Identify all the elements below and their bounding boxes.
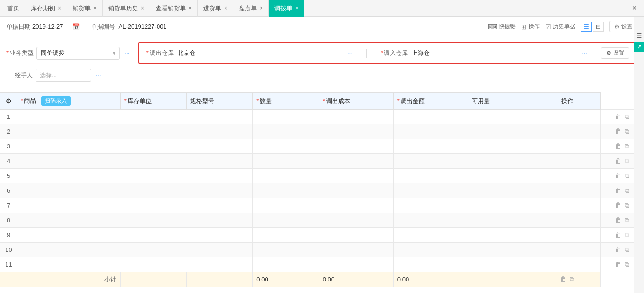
tab-close-inventory-check[interactable]: ×: [260, 5, 263, 12]
person-more[interactable]: ···: [96, 72, 101, 79]
tab-close-sales-history[interactable]: ×: [141, 5, 144, 12]
row-available-3[interactable]: [534, 139, 600, 154]
row-amount-7[interactable]: [468, 198, 534, 213]
row-product-3[interactable]: [17, 139, 253, 154]
copy-icon-8[interactable]: ⧉: [625, 216, 629, 224]
row-product-7[interactable]: [17, 198, 253, 213]
settings-button[interactable]: ⚙ 设置: [609, 21, 638, 32]
row-spec-5[interactable]: [253, 169, 319, 183]
tab-close-purchase-order[interactable]: ×: [224, 5, 227, 12]
copy-icon-1[interactable]: ⧉: [625, 113, 629, 120]
tab-close-sales-order[interactable]: ×: [93, 5, 97, 12]
copy-icon-6[interactable]: ⧉: [625, 187, 629, 194]
row-qty-5[interactable]: [319, 169, 393, 183]
row-spec-10[interactable]: [253, 243, 319, 257]
row-amount-2[interactable]: [468, 124, 534, 139]
business-type-more[interactable]: ···: [124, 49, 130, 57]
row-spec-4[interactable]: [253, 154, 319, 169]
delete-icon-3[interactable]: 🗑: [615, 142, 621, 150]
row-amount-5[interactable]: [468, 169, 534, 183]
warehouse-in-more[interactable]: ···: [582, 49, 587, 57]
row-amount-1[interactable]: [468, 110, 534, 124]
row-qty-11[interactable]: [319, 257, 393, 272]
operate-action[interactable]: ⊞ 操作: [521, 23, 540, 31]
row-qty-6[interactable]: [319, 183, 393, 198]
row-available-1[interactable]: [534, 110, 600, 124]
row-product-9[interactable]: [17, 228, 253, 243]
row-amount-8[interactable]: [468, 213, 534, 228]
side-list-icon[interactable]: ☰: [634, 31, 644, 41]
row-spec-1[interactable]: [253, 110, 319, 124]
subtotal-copy-icon[interactable]: ⧉: [570, 275, 574, 283]
calendar-icon[interactable]: 📅: [73, 23, 80, 30]
tab-transfer-order[interactable]: 调拨单 ×: [269, 0, 304, 17]
row-amount-3[interactable]: [468, 139, 534, 154]
row-cost-5[interactable]: [393, 169, 468, 183]
row-spec-11[interactable]: [253, 257, 319, 272]
row-spec-8[interactable]: [253, 213, 319, 228]
row-cost-2[interactable]: [393, 124, 468, 139]
copy-icon-2[interactable]: ⧉: [625, 128, 629, 135]
row-product-11[interactable]: [17, 257, 253, 272]
row-qty-10[interactable]: [319, 243, 393, 257]
row-cost-9[interactable]: [393, 228, 468, 243]
tab-close-inventory-init[interactable]: ×: [58, 5, 61, 12]
row-available-5[interactable]: [534, 169, 600, 183]
row-cost-1[interactable]: [393, 110, 468, 124]
row-cost-8[interactable]: [393, 213, 468, 228]
business-type-input[interactable]: 同价调拨 ▾: [36, 47, 120, 60]
tab-purchase-order[interactable]: 进货单 ×: [198, 0, 233, 17]
copy-icon-4[interactable]: ⧉: [625, 157, 629, 165]
row-available-11[interactable]: [534, 257, 600, 272]
tab-window-close[interactable]: ×: [627, 0, 642, 17]
row-qty-4[interactable]: [319, 154, 393, 169]
row-available-8[interactable]: [534, 213, 600, 228]
warehouse-out-more[interactable]: ···: [347, 49, 353, 57]
delete-icon-4[interactable]: 🗑: [615, 157, 621, 165]
history-action[interactable]: ☑ 历史单据: [545, 23, 575, 31]
row-qty-1[interactable]: [319, 110, 393, 124]
tab-close-transfer-order[interactable]: ×: [295, 5, 298, 12]
delete-icon-8[interactable]: 🗑: [615, 216, 621, 224]
row-available-2[interactable]: [534, 124, 600, 139]
row-available-7[interactable]: [534, 198, 600, 213]
row-available-4[interactable]: [534, 154, 600, 169]
scan-button[interactable]: 扫码录入: [41, 96, 71, 106]
delete-icon-10[interactable]: 🗑: [615, 246, 621, 253]
row-amount-11[interactable]: [468, 257, 534, 272]
delete-icon-5[interactable]: 🗑: [615, 172, 621, 179]
row-product-6[interactable]: [17, 183, 253, 198]
row-spec-2[interactable]: [253, 124, 319, 139]
row-spec-7[interactable]: [253, 198, 319, 213]
row-spec-6[interactable]: [253, 183, 319, 198]
col-settings[interactable]: ⚙: [0, 93, 17, 110]
delete-icon-11[interactable]: 🗑: [615, 261, 621, 268]
copy-icon-5[interactable]: ⧉: [625, 172, 629, 179]
row-qty-7[interactable]: [319, 198, 393, 213]
row-amount-10[interactable]: [468, 243, 534, 257]
delete-icon-1[interactable]: 🗑: [615, 113, 621, 120]
person-input[interactable]: 选择...: [36, 69, 91, 82]
row-available-10[interactable]: [534, 243, 600, 257]
side-export-icon[interactable]: ↗: [634, 42, 644, 52]
shortcut-action[interactable]: ⌨ 快捷键: [488, 23, 516, 31]
delete-icon-6[interactable]: 🗑: [615, 187, 621, 194]
copy-icon-11[interactable]: ⧉: [625, 261, 629, 268]
row-product-10[interactable]: [17, 243, 253, 257]
row-product-4[interactable]: [17, 154, 253, 169]
row-available-6[interactable]: [534, 183, 600, 198]
row-qty-8[interactable]: [319, 213, 393, 228]
copy-icon-9[interactable]: ⧉: [625, 231, 629, 238]
row-spec-9[interactable]: [253, 228, 319, 243]
copy-icon-10[interactable]: ⧉: [625, 246, 629, 253]
row-available-9[interactable]: [534, 228, 600, 243]
copy-icon-7[interactable]: ⧉: [625, 201, 629, 209]
tab-close-view-sales[interactable]: ×: [188, 5, 192, 12]
row-cost-3[interactable]: [393, 139, 468, 154]
layout-btn-list[interactable]: ☰: [581, 22, 592, 32]
row-cost-7[interactable]: [393, 198, 468, 213]
row-cost-6[interactable]: [393, 183, 468, 198]
tab-view-sales[interactable]: 查看销货单 ×: [150, 0, 198, 17]
subtotal-delete-icon[interactable]: 🗑: [560, 275, 566, 283]
delete-icon-9[interactable]: 🗑: [615, 231, 621, 238]
